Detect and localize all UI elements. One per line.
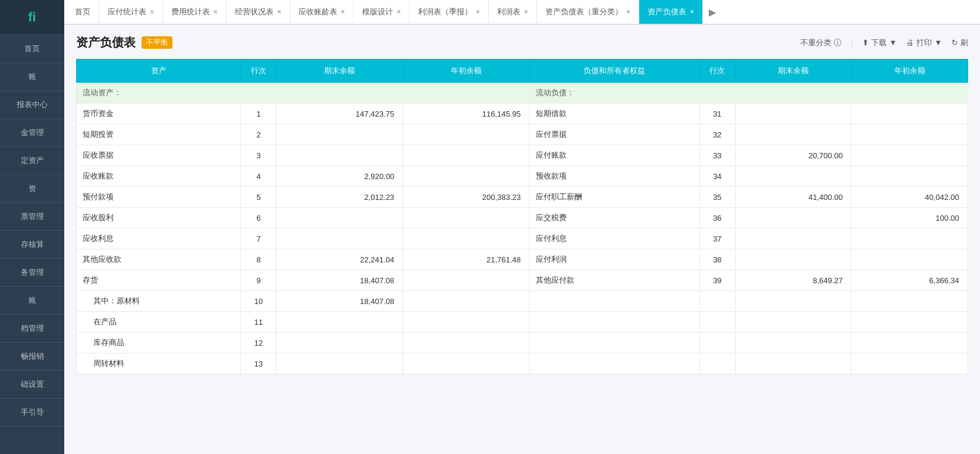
tab-scroll-right[interactable]: ▶ [703,7,722,18]
tab-ap-stats[interactable]: 应付统计表× [99,0,163,24]
liability-name: 短期借款 [529,104,699,124]
tab-close-bsr[interactable]: × [626,8,630,16]
tab-bar: 首页 应付统计表× 费用统计表× 经营状况表× 应收账龄表× 模版设计× 利润表… [64,0,980,25]
question-icon: ⓘ [834,37,841,48]
row-num-l: 13 [241,353,277,374]
end-balance-l: 147,423.75 [277,104,403,124]
sidebar-item-account[interactable]: 账 [0,287,64,315]
table-row: 其他应收款 8 22,241.04 21,761.48 应付利润 38 [77,249,968,270]
tab-home[interactable]: 首页 [67,0,99,24]
sidebar-item-fixed-assets[interactable]: 定资产 [0,147,64,175]
sidebar-item-finance[interactable]: 金管理 [0,119,64,147]
download-arrow-icon: ▼ [889,38,897,47]
tab-close-profit[interactable]: × [524,8,528,16]
table-row: 应收账款 4 2,920.00 预收款项 34 [77,166,968,187]
end-balance-l: 22,241.04 [277,249,403,270]
download-icon: ⬆ [862,38,869,47]
report-table: 资产 行次 期末余额 年初余额 负债和所有者权益 行次 期末余额 年初余额 流动… [76,59,968,374]
end-balance-l: 2,920.00 [277,166,403,187]
asset-name: 其中：原材料 [77,291,241,312]
liability-name: 应付账款 [529,145,699,166]
row-num-l: 9 [241,270,277,291]
end-balance-l: 2,012.23 [277,187,403,208]
beg-balance-r: 40,042.00 [852,187,968,208]
toolbar-right: 不重分类 ⓘ | ⬆ 下载 ▼ 🖨 打印 ▼ ↻ 刷 [800,37,968,48]
beg-balance-l [403,145,530,166]
tab-close-ar[interactable]: × [341,8,345,16]
page-title: 资产负债表 [76,35,136,51]
end-balance-l [277,333,403,353]
no-reclassify-button[interactable]: 不重分类 ⓘ [800,37,841,48]
asset-name: 库存商品 [77,333,241,353]
sidebar-item-archive[interactable]: 档管理 [0,315,64,343]
beg-balance-r [852,124,968,145]
tab-close-template[interactable]: × [397,8,401,16]
tab-close-pq[interactable]: × [476,8,480,16]
row-num-r: 31 [699,104,735,124]
tab-operations[interactable]: 经营状况表× [227,0,290,24]
header-beg-r: 年初余额 [852,60,968,83]
tab-bs[interactable]: 资产负债表× [639,0,703,24]
row-num-l: 6 [241,208,277,228]
sidebar-item-ledger[interactable]: 账 [0,63,64,91]
tab-close-bs[interactable]: × [690,8,694,16]
table-row: 应收股利 6 应交税费 36 100.00 [77,208,968,228]
tab-template[interactable]: 模版设计× [354,0,410,24]
end-balance-r: 20,700.00 [735,145,852,166]
beg-balance-l [403,166,530,187]
asset-name: 应收利息 [77,228,241,249]
refresh-button[interactable]: ↻ 刷 [951,37,968,48]
row-num-r: 32 [699,124,735,145]
sidebar-item-investment[interactable]: 资 [0,175,64,203]
row-num-r: 35 [699,187,735,208]
page-header: 资产负债表 不平衡 不重分类 ⓘ | ⬆ 下载 ▼ 🖨 打印 ▼ [76,35,968,51]
tab-profit-quarterly[interactable]: 利润表（季报）× [410,0,489,24]
end-balance-r [735,104,852,124]
asset-name: 应收票据 [77,145,241,166]
tab-close-operations[interactable]: × [277,8,281,16]
beg-balance-l: 21,761.48 [403,249,530,270]
tab-profit[interactable]: 利润表× [489,0,537,24]
toolbar-divider1: | [851,38,853,47]
row-num-r: 34 [699,166,735,187]
end-balance-r [735,353,852,374]
sidebar-item-reports[interactable]: 报表中心 [0,91,64,119]
beg-balance-r [852,333,968,353]
tab-expense-stats[interactable]: 费用统计表× [163,0,227,24]
sidebar-item-inventory[interactable]: 存核算 [0,231,64,259]
row-num-l: 4 [241,166,277,187]
sidebar-item-guide[interactable]: 手引导 [0,399,64,427]
beg-balance-r [852,104,968,124]
liability-name: 其他应付款 [529,270,699,291]
sidebar-item-home[interactable]: 首页 [0,35,64,63]
download-button[interactable]: ⬆ 下载 ▼ [862,37,897,48]
liability-name: 应付利润 [529,249,699,270]
liability-name [529,353,699,374]
row-num-l: 8 [241,249,277,270]
row-num-r: 37 [699,228,735,249]
beg-balance-l [403,270,530,291]
sidebar-item-settings[interactable]: 础设置 [0,371,64,399]
tab-bs-reclassified[interactable]: 资产负债表（重分类）× [537,0,639,24]
row-num-r [699,312,735,333]
sidebar-item-tax[interactable]: 务管理 [0,259,64,287]
sidebar-item-expense[interactable]: 畅报销 [0,343,64,371]
asset-name: 其他应收款 [77,249,241,270]
header-row-r: 行次 [699,60,735,83]
row-num-r: 36 [699,208,735,228]
liability-name: 预收款项 [529,166,699,187]
sidebar-item-bills[interactable]: 票管理 [0,203,64,231]
end-balance-r [735,333,852,353]
content-area: 资产负债表 不平衡 不重分类 ⓘ | ⬆ 下载 ▼ 🖨 打印 ▼ [64,25,980,454]
print-button[interactable]: 🖨 打印 ▼ [906,37,942,48]
end-balance-l [277,145,403,166]
end-balance-r [735,312,852,333]
table-row: 货币资金 1 147,423.75 116,145.95 短期借款 31 [77,104,968,124]
table-row: 在产品 11 [77,312,968,333]
tab-close-ap-stats[interactable]: × [150,8,154,16]
table-row: 其中：原材料 10 18,407.08 [77,291,968,312]
tab-ar-aging[interactable]: 应收账龄表× [290,0,354,24]
section-right-label: 流动负债： [529,83,968,104]
tab-close-expense[interactable]: × [213,8,218,16]
row-num-l: 11 [241,312,277,333]
